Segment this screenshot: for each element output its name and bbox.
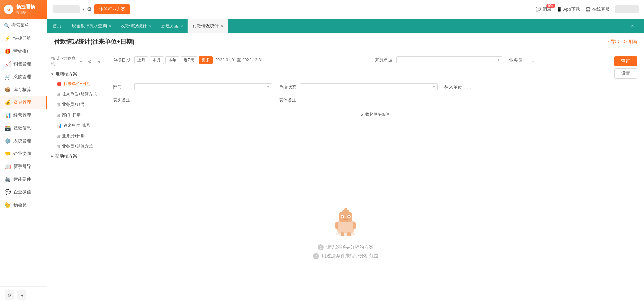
scheme-item-label: 往来单位+账号: [64, 123, 90, 128]
tab-home[interactable]: 首页: [47, 19, 67, 33]
sidebar-item-label-operation: 经营管理: [13, 112, 31, 118]
add-scheme-btn[interactable]: +: [78, 58, 84, 65]
svg-rect-8: [335, 222, 338, 229]
sidebar-item-inventory[interactable]: 📦 库存核算: [0, 83, 47, 96]
tab-new-scheme[interactable]: 新建方案×: [156, 19, 188, 33]
scheme-item-业务员-日期[interactable]: ⊞ 业务员+日期: [47, 131, 106, 141]
settings-footer-btn[interactable]: ⚙: [5, 290, 14, 300]
head-note-input[interactable]: [134, 96, 272, 104]
purchase-icon: 🛒: [5, 74, 11, 80]
sidebar-item-purchase[interactable]: 🛒 采购管理: [0, 70, 47, 83]
sidebar-item-label-wechat: 企业微信: [13, 189, 31, 195]
sidebar-item-member[interactable]: 👑 畅会员: [0, 199, 47, 211]
svg-rect-9: [353, 222, 356, 229]
sidebar-item-hardware[interactable]: 🖨️ 智能硬件: [0, 173, 47, 186]
mobile-scheme-category[interactable]: ▸ 移动端方案: [47, 152, 106, 160]
search-menu[interactable]: 🔍 搜索菜单: [0, 19, 47, 32]
topbar-gear-btn[interactable]: ⚙: [87, 6, 92, 12]
sidebar-item-system[interactable]: ⚙️ 系统管理: [0, 134, 47, 147]
tab-close-payment[interactable]: ×: [221, 24, 223, 28]
scheme-item-label: 业务员+账号: [62, 102, 85, 108]
tab-close-bank[interactable]: ×: [109, 24, 111, 28]
sidebar-nav: ⚡ 快捷导航 🎁 营销推广 📈 销售管理 🛒 采购管理 📦 库存核算 💰 资金管…: [0, 32, 47, 286]
company-dropdown-btn[interactable]: ▾: [82, 7, 84, 12]
body-note-input[interactable]: [300, 96, 438, 104]
more-date-btn[interactable]: 更多: [199, 56, 213, 64]
sidebar-item-sales[interactable]: 📈 销售管理: [0, 58, 47, 70]
collapse-sidebar-btn[interactable]: ◂: [17, 290, 26, 300]
message-btn[interactable]: 💬 消息 99+: [536, 6, 551, 12]
page-actions: ↑ 导出 ↻ 刷新: [607, 39, 638, 45]
svg-point-13: [344, 208, 347, 211]
staff-field: 业务员 ...: [509, 56, 604, 64]
tabbar-close-btn[interactable]: ×: [631, 23, 634, 29]
export-btn[interactable]: ↑ 导出: [607, 39, 620, 45]
page-header: 付款情况统计(往来单位+日期) ↑ 导出 ↻ 刷新: [47, 33, 644, 51]
tab-bank[interactable]: 现金银行流水查询×: [67, 19, 116, 33]
sidebar-item-enterprise[interactable]: 🤝 企业协同: [0, 147, 47, 160]
collapse-more-btn[interactable]: ∧ 收起更多条件: [113, 109, 637, 120]
member-icon: 👑: [5, 202, 11, 208]
scheme-icon-部门+日期: ⊞: [57, 113, 60, 118]
chevron-right-icon: ▸: [51, 154, 53, 158]
empty-hint-1: 1 请先选择要分析的方案: [318, 244, 374, 250]
tabbar-expand-btn[interactable]: ⛶: [637, 23, 641, 29]
settings-btn[interactable]: 设置: [614, 68, 637, 79]
user-avatar[interactable]: [615, 5, 639, 13]
scheme-item-label: 业务员+结算方式: [62, 144, 93, 149]
empty-hint-2: 2 用过滤条件来缩小分析范围: [313, 253, 378, 259]
last-7days-btn[interactable]: 近7天: [181, 56, 197, 64]
sidebar-header: 6 畅捷通畅 标准版: [0, 0, 47, 19]
sidebar-item-wechat[interactable]: 💬 企业微信: [0, 186, 47, 199]
tab-close-receivable[interactable]: ×: [149, 24, 151, 28]
query-btn[interactable]: 查询: [614, 56, 637, 66]
refresh-btn[interactable]: ↻ 刷新: [623, 39, 637, 45]
scheme-settings-btn[interactable]: ⚙: [86, 58, 93, 65]
last-month-btn[interactable]: 上月: [134, 56, 148, 64]
collapse-scheme-btn[interactable]: ◂: [95, 58, 102, 65]
tab-payment[interactable]: 付款情况统计×: [188, 19, 228, 33]
collapse-icon: ∧: [361, 112, 364, 117]
app-label: App下载: [563, 6, 580, 12]
body-note-field: 表体备注: [279, 96, 438, 104]
sidebar-brand: 畅捷通畅 标准版: [16, 4, 35, 15]
sidebar-item-marketing[interactable]: 🎁 营销推广: [0, 45, 47, 58]
scheme-item-业务员-结算方式[interactable]: ⊞ 业务员+结算方式: [47, 141, 106, 152]
app-download-btn[interactable]: 📱 App下载: [557, 6, 580, 12]
scheme-item-部门-日期[interactable]: ⊞ 部门+日期: [47, 110, 106, 120]
mobile-scheme-label: 移动端方案: [55, 153, 77, 159]
tabbar-right: × ⛶: [628, 19, 644, 33]
topbar-left: ▾ ⚙ 体验行业方案: [53, 4, 532, 14]
partner-label: 往来单位: [444, 84, 463, 90]
trial-btn[interactable]: 体验行业方案: [94, 4, 130, 14]
scheme-item-往来单位-账号[interactable]: 📊 往来单位+账号: [47, 120, 106, 131]
scheme-item-往来单位-结算方式[interactable]: ⊞ 往来单位+结算方式: [47, 89, 106, 99]
dept-label: 部门: [113, 84, 131, 90]
scheme-item-往来单位-日期[interactable]: 🔴 往来单位+日期: [47, 79, 106, 89]
this-month-btn[interactable]: 本月: [150, 56, 164, 64]
online-service-btn[interactable]: 🎧 在线客服: [585, 6, 610, 12]
source-select[interactable]: ▾: [396, 56, 502, 63]
system-icon: ⚙️: [5, 138, 11, 144]
sidebar-item-operation[interactable]: 📊 经营管理: [0, 109, 47, 122]
sidebar-title: 畅捷通畅: [16, 4, 35, 10]
sidebar-item-quick-nav[interactable]: ⚡ 快捷导航: [0, 32, 47, 45]
service-label: 在线客服: [592, 6, 610, 12]
sidebar-item-label-finance: 资金管理: [13, 99, 31, 105]
staff-more-btn[interactable]: ...: [530, 56, 537, 64]
scheme-item-业务员-账号[interactable]: ⊞ 业务员+账号: [47, 99, 106, 110]
tab-receivable[interactable]: 收款情况统计×: [116, 19, 156, 33]
partner-more-btn[interactable]: ...: [466, 83, 472, 91]
sidebar-item-guide[interactable]: 📖 新手引导: [0, 160, 47, 173]
sidebar-item-finance[interactable]: 💰 资金管理: [0, 96, 47, 109]
finance-icon: 💰: [5, 99, 11, 105]
body-note-label: 表体备注: [279, 97, 297, 103]
this-year-btn[interactable]: 本年: [165, 56, 179, 64]
operation-icon: 📊: [5, 112, 11, 118]
status-select[interactable]: ▾: [300, 83, 438, 90]
desktop-scheme-category[interactable]: ▾ 电脑端方案: [47, 70, 106, 79]
scheme-item-label: 往来单位+日期: [64, 81, 90, 87]
dept-select[interactable]: ▾: [134, 83, 272, 90]
sidebar-item-basic[interactable]: 🗃️ 基础信息: [0, 122, 47, 134]
tab-close-new-scheme[interactable]: ×: [181, 24, 183, 28]
